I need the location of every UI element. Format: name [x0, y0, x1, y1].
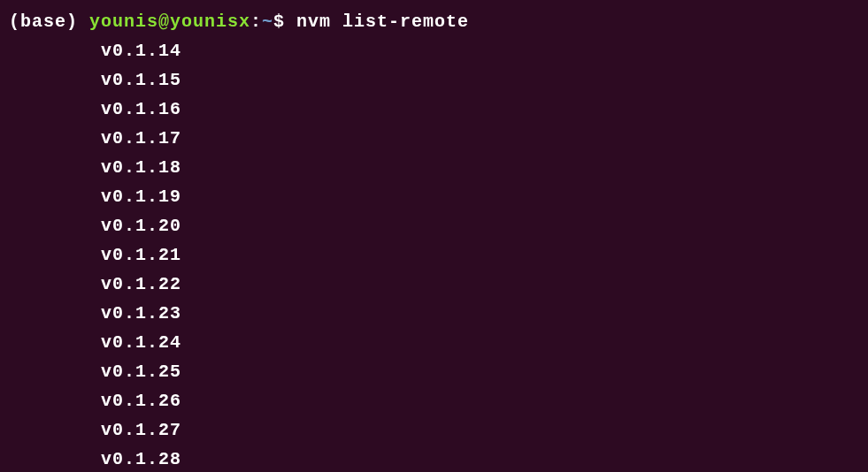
prompt-dollar: $ [273, 11, 296, 32]
version-line: v0.1.14 [9, 36, 859, 65]
version-line: v0.1.20 [9, 211, 859, 240]
command-output: v0.1.14 v0.1.15 v0.1.16 v0.1.17 v0.1.18 … [9, 36, 859, 472]
version-line: v0.1.24 [9, 328, 859, 357]
version-line: v0.1.25 [9, 357, 859, 386]
version-line: v0.1.17 [9, 124, 859, 153]
version-line: v0.1.21 [9, 240, 859, 270]
version-line: v0.1.27 [9, 415, 859, 445]
version-line: v0.1.18 [9, 153, 859, 182]
env-prefix: (base) [9, 11, 89, 32]
version-line: v0.1.23 [9, 299, 859, 328]
current-path: ~ [262, 11, 273, 32]
prompt-colon: : [250, 11, 262, 32]
version-line: v0.1.22 [9, 270, 859, 299]
version-line: v0.1.28 [9, 445, 859, 472]
version-line: v0.1.16 [9, 95, 859, 124]
user-host: younis@younisx [89, 11, 250, 32]
version-line: v0.1.26 [9, 386, 859, 415]
version-line: v0.1.15 [9, 65, 859, 95]
version-line: v0.1.19 [9, 182, 859, 211]
terminal-prompt-line[interactable]: (base) younis@younisx:~$ nvm list-remote [9, 7, 859, 36]
command-input: nvm list-remote [296, 11, 469, 32]
